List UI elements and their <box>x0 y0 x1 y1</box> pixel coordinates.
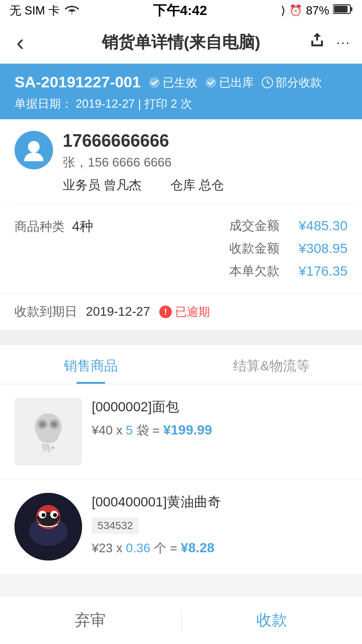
status-left: 无 SIM 卡 <box>10 3 79 18</box>
product-info-2: [000400001]黄油曲奇 534532 ¥23 x 0.36 个 = ¥8… <box>92 493 348 560</box>
customer-info: 17666666666 张，156 6666 6666 业务员 曾凡杰 仓库 总… <box>63 131 348 194</box>
customer-meta: 业务员 曾凡杰 仓库 总仓 <box>63 177 348 194</box>
summary-right: 成交金额 ¥485.30 收款金额 ¥308.95 本单欠款 ¥176.35 <box>229 217 348 280</box>
avatar <box>14 131 53 169</box>
summary-section: 商品种类 4种 成交金额 ¥485.30 收款金额 ¥308.95 本单欠款 ¥… <box>0 204 362 293</box>
tab-settlement[interactable]: 结算&物流等 <box>181 345 362 384</box>
status-right: ⟩ ⏰ 87% <box>281 4 352 17</box>
status-time: 下午4:42 <box>153 1 207 20</box>
salesperson-value: 曾凡杰 <box>104 178 141 192</box>
svg-point-4 <box>206 77 216 88</box>
product-name-1: [0000002]面包 <box>92 398 348 416</box>
battery-icon <box>333 4 352 17</box>
order-date-line: 单据日期： 2019-12-27 | 打印 2 次 <box>14 96 348 112</box>
product-item-2: [000400001]黄油曲奇 534532 ¥23 x 0.36 个 = ¥8… <box>0 479 362 574</box>
customer-name: 张，156 6666 6666 <box>63 154 348 171</box>
product-thumb-2 <box>14 493 82 560</box>
carrier-text: 无 SIM 卡 <box>10 3 60 18</box>
product-sku-2: 534532 <box>92 518 139 534</box>
category-value: 4种 <box>72 219 93 234</box>
product-qty-1: 5 <box>126 423 133 437</box>
svg-point-13 <box>52 422 56 427</box>
svg-point-3 <box>149 77 160 88</box>
product-price-2: ¥23 x 0.36 个 = ¥8.28 <box>92 540 348 557</box>
warehouse-value: 总仓 <box>199 178 224 192</box>
svg-point-6 <box>28 141 40 153</box>
product-thumb-1: 鸮+ <box>14 398 82 465</box>
wifi-icon <box>65 4 79 17</box>
due-label: 收款到期日 <box>14 303 77 320</box>
overdue-text: 已逾期 <box>175 304 210 320</box>
customer-id: 17666666666 <box>63 131 348 151</box>
nav-actions: ··· <box>309 33 350 52</box>
due-section: 收款到期日 2019-12-27 ! 已逾期 <box>0 293 362 330</box>
svg-text:!: ! <box>164 307 167 317</box>
badge-partial: 部分收款 <box>262 75 322 90</box>
page-title: 销货单详情(来自电脑) <box>102 31 261 54</box>
warehouse-label: 仓库 总仓 <box>170 177 224 194</box>
debt-row: 本单欠款 ¥176.35 <box>229 263 348 280</box>
summary-left: 商品种类 4种 <box>14 217 93 236</box>
location-icon: ⟩ <box>281 4 285 17</box>
due-date: 2019-12-27 <box>86 304 150 319</box>
section-divider <box>0 330 362 337</box>
tabs-section: 销售商品 结算&物流等 <box>0 337 362 384</box>
svg-point-21 <box>42 513 45 517</box>
nav-bar: ‹ 销货单详情(来自电脑) ··· <box>0 21 362 64</box>
status-bar: 无 SIM 卡 下午4:42 ⟩ ⏰ 87% <box>0 0 362 21</box>
customer-section: 17666666666 张，156 6666 6666 业务员 曾凡杰 仓库 总… <box>0 119 362 203</box>
alarm-icon: ⏰ <box>289 4 302 17</box>
product-list: 鸮+ [0000002]面包 ¥40 x 5 袋 = ¥199.99 <box>0 384 362 574</box>
product-price-1: ¥40 x 5 袋 = ¥199.99 <box>92 422 348 439</box>
product-qty-2: 0.36 <box>126 541 151 555</box>
svg-text:鸮+: 鸮+ <box>42 443 56 453</box>
battery-text: 87% <box>306 4 329 17</box>
svg-rect-1 <box>350 7 352 11</box>
product-total-1: ¥199.99 <box>163 422 212 437</box>
transaction-amount: ¥485.30 <box>299 218 348 234</box>
salesperson-label: 业务员 曾凡杰 <box>63 177 141 194</box>
header-band: SA-20191227-001 已生效 已出库 部分收款 单据日期： 2019-… <box>0 64 362 119</box>
transaction-label: 成交金额 <box>229 217 279 234</box>
receipt-label: 收款金额 <box>229 240 279 257</box>
share-icon[interactable] <box>309 33 325 52</box>
receipt-amount: ¥308.95 <box>299 241 348 256</box>
svg-point-22 <box>53 513 57 517</box>
product-total-2: ¥8.28 <box>181 540 214 555</box>
overdue-badge: ! 已逾期 <box>159 304 210 320</box>
debt-amount: ¥176.35 <box>299 264 348 279</box>
product-name-2: [000400001]黄油曲奇 <box>92 493 348 511</box>
transaction-row: 成交金额 ¥485.30 <box>229 217 348 234</box>
tab-sales-products[interactable]: 销售商品 <box>0 345 181 384</box>
badge-dispatched: 已出库 <box>205 75 254 90</box>
bottom-bar: 弃审 收款 <box>0 596 362 644</box>
receipt-row: 收款金额 ¥308.95 <box>229 240 348 257</box>
order-id: SA-20191227-001 <box>14 73 141 91</box>
badge-effective: 已生效 <box>149 75 197 90</box>
debt-label: 本单欠款 <box>229 263 279 280</box>
back-button[interactable]: ‹ <box>12 24 29 60</box>
collect-payment-button[interactable]: 收款 <box>181 600 362 641</box>
svg-rect-2 <box>334 6 348 13</box>
svg-point-12 <box>40 422 45 427</box>
tabs-bar: 销售商品 结算&物流等 <box>0 345 362 384</box>
more-icon[interactable]: ··· <box>336 35 350 50</box>
product-info-1: [0000002]面包 ¥40 x 5 袋 = ¥199.99 <box>92 398 348 465</box>
product-item: 鸮+ [0000002]面包 ¥40 x 5 袋 = ¥199.99 <box>0 384 362 479</box>
abandon-audit-button[interactable]: 弃审 <box>0 600 181 641</box>
svg-point-14 <box>38 428 59 443</box>
